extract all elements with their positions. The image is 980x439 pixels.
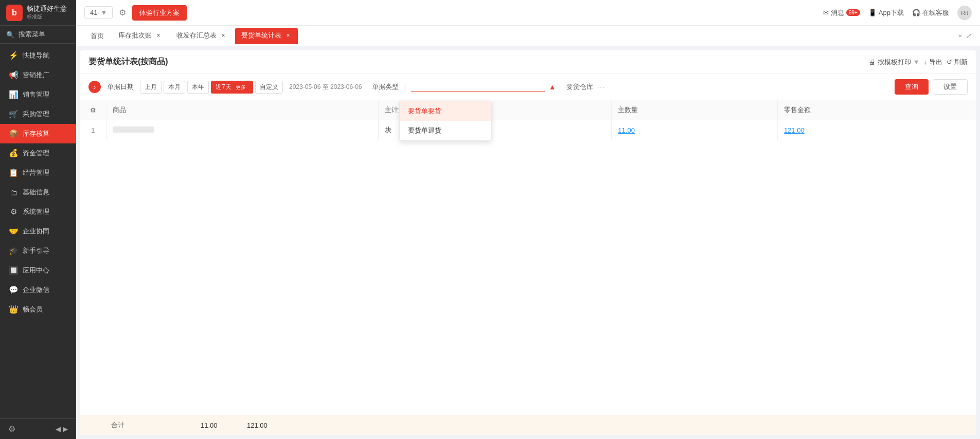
sidebar-item-13[interactable]: 👑 畅会员 (0, 300, 76, 319)
sidebar-item-11[interactable]: 🔲 应用中心 (0, 261, 76, 280)
close-all-icon[interactable]: × (958, 32, 962, 40)
nav-icon-2: 📊 (8, 89, 19, 100)
footer-numbers: 11.00 121.00 (194, 422, 287, 429)
industry-btn[interactable]: 体验行业方案 (132, 5, 187, 21)
nav-label-12: 企业微信 (23, 285, 49, 295)
cell-quantity: 11.00 (612, 120, 778, 140)
nav-label-1: 营销推广 (23, 70, 49, 80)
date-buttons: 上月 本月 本年 近7天 更多 自定义 (140, 81, 283, 94)
refresh-icon: ↺ (947, 58, 952, 66)
date-btn-this-month[interactable]: 本月 (164, 81, 185, 94)
date-label: 单据日期 (107, 82, 134, 92)
tab-order-stats[interactable]: 要货单统计表 × (235, 28, 298, 44)
dropdown-item-0[interactable]: 要货单要货 (400, 101, 491, 121)
filter-warehouse-section: 要货仓库 ··· (566, 82, 606, 92)
tab-home[interactable]: 首页 (84, 28, 110, 44)
phone-icon: 📱 (868, 9, 877, 16)
set-btn[interactable]: 设置 (933, 79, 968, 95)
sidebar-item-9[interactable]: 🤝 企业协同 (0, 222, 76, 241)
message-icon: ✉ (823, 9, 829, 16)
nav-label-11: 应用中心 (23, 266, 49, 275)
col-amount: 零售金额 (777, 100, 976, 120)
sidebar-nav: ⚡ 快捷导航 📢 营销推广 📊 销售管理 🛒 采购管理 📦 库存核算 💰 资金管… (0, 44, 76, 418)
footer-amount: 121.00 (241, 422, 287, 429)
col-settings[interactable]: ⚙ (80, 100, 106, 120)
warehouse-more-dots[interactable]: ··· (597, 83, 606, 91)
print-btn[interactable]: 🖨 按模板打印 ▼ (869, 58, 920, 67)
nav-icon-6: 📋 (8, 168, 19, 178)
tab-order-stats-close[interactable]: × (284, 32, 292, 39)
nav-icon-7: 🗂 (8, 187, 19, 197)
sidebar-item-0[interactable]: ⚡ 快捷导航 (0, 46, 76, 65)
query-btn[interactable]: 查询 (895, 79, 929, 95)
nav-label-8: 系统管理 (23, 207, 49, 216)
sidebar-item-12[interactable]: 💬 企业微信 (0, 280, 76, 300)
amount-value[interactable]: 121.00 (784, 126, 805, 134)
date-btn-this-year[interactable]: 本年 (187, 81, 209, 94)
footer-total-label: 合计 (111, 421, 124, 429)
type-input[interactable] (411, 82, 545, 92)
sidebar-item-5[interactable]: 💰 资金管理 (0, 143, 76, 163)
page-panel: 要货单统计表(按商品) 🖨 按模板打印 ▼ ↓ 导出 ↺ 刷新 (80, 50, 976, 435)
store-selector[interactable]: 41 ▼ (84, 6, 113, 19)
app-download-label: App下载 (879, 8, 904, 17)
sidebar-item-2[interactable]: 📊 销售管理 (0, 85, 76, 104)
nav-label-0: 快捷导航 (23, 51, 49, 60)
sidebar-settings-icon[interactable]: ⚙ (8, 424, 15, 434)
date-range: 2023-05-06 至 2023-06-06 (289, 83, 362, 92)
warehouse-label: 要货仓库 (566, 82, 593, 92)
settings-col-icon[interactable]: ⚙ (90, 106, 96, 114)
export-icon: ↓ (924, 58, 928, 66)
app-download-btn[interactable]: 📱 App下载 (868, 8, 904, 17)
type-label: 单据类型 (372, 82, 399, 92)
table-row: 1 块 11.00 121.00 (80, 120, 976, 140)
refresh-btn[interactable]: ↺ 刷新 (947, 58, 968, 67)
sidebar-item-7[interactable]: 🗂 基础信息 (0, 182, 76, 202)
tab-receive-send-close[interactable]: × (220, 32, 227, 39)
filter-expand-btn[interactable]: › (88, 81, 101, 93)
nav-icon-10: 🎓 (8, 246, 19, 256)
messages-badge: 99+ (846, 9, 860, 16)
cell-amount: 121.00 (777, 120, 976, 140)
date-btn-last-month[interactable]: 上月 (140, 81, 162, 94)
sidebar-item-8[interactable]: ⚙ 系统管理 (0, 202, 76, 222)
export-btn[interactable]: ↓ 导出 (924, 58, 943, 67)
tab-receive-send[interactable]: 收发存汇总表 × (170, 28, 233, 44)
top-header: 41 ▼ ⚙ 体验行业方案 ✉ 消息 99+ 📱 App下载 🎧 在线客服 Ri… (76, 0, 980, 26)
date-btn-7days[interactable]: 近7天 更多 (211, 81, 253, 94)
online-service-btn[interactable]: 🎧 在线客服 (912, 8, 949, 17)
sidebar-item-3[interactable]: 🛒 采购管理 (0, 104, 76, 124)
date-btn-custom[interactable]: 自定义 (255, 81, 283, 94)
search-icon: 🔍 (6, 31, 14, 39)
tab-inventory-batch[interactable]: 库存批次账 × (112, 28, 168, 44)
messages-btn[interactable]: ✉ 消息 99+ (823, 8, 860, 17)
header-left: 41 ▼ ⚙ 体验行业方案 (84, 5, 187, 21)
sidebar-item-4[interactable]: 📦 库存核算 (0, 124, 76, 143)
store-name: 41 (90, 9, 97, 16)
dropdown-item-1[interactable]: 要货单退货 (400, 121, 491, 140)
page-header-actions: 🖨 按模板打印 ▼ ↓ 导出 ↺ 刷新 (869, 58, 968, 67)
settings-icon[interactable]: ⚙ (119, 8, 126, 17)
sidebar-search-label: 搜索菜单 (19, 30, 45, 39)
messages-label: 消息 (831, 8, 844, 17)
sidebar-expand-icon[interactable]: ▶ (63, 425, 68, 433)
sidebar-item-10[interactable]: 🎓 新手引导 (0, 241, 76, 261)
logo-area: b 畅捷通好生意 标准版 (0, 0, 76, 26)
nav-icon-12: 💬 (8, 285, 19, 295)
quantity-value[interactable]: 11.00 (618, 126, 635, 134)
user-avatar[interactable]: Rit (957, 6, 972, 20)
sidebar-item-6[interactable]: 📋 经营管理 (0, 163, 76, 182)
logo-text: 畅捷通好生意 标准版 (27, 5, 67, 21)
sidebar-item-1[interactable]: 📢 营销推广 (0, 65, 76, 85)
main-area: 41 ▼ ⚙ 体验行业方案 ✉ 消息 99+ 📱 App下载 🎧 在线客服 Ri… (76, 0, 980, 439)
refresh-label: 刷新 (954, 58, 968, 67)
filter-action-buttons: 查询 设置 (895, 79, 968, 95)
expand-tabs-icon[interactable]: ⤢ (966, 32, 972, 40)
sidebar-search[interactable]: 🔍 搜索菜单 (0, 26, 76, 44)
logo-icon: b (6, 5, 23, 21)
type-dropdown-arrow[interactable]: ▲ (549, 83, 556, 91)
tab-inventory-batch-close[interactable]: × (155, 32, 162, 39)
filter-type-section: 单据类型 | ▲ (372, 82, 556, 92)
col-product: 商品 (106, 100, 378, 120)
sidebar-collapse-icon[interactable]: ◀ (56, 425, 61, 433)
